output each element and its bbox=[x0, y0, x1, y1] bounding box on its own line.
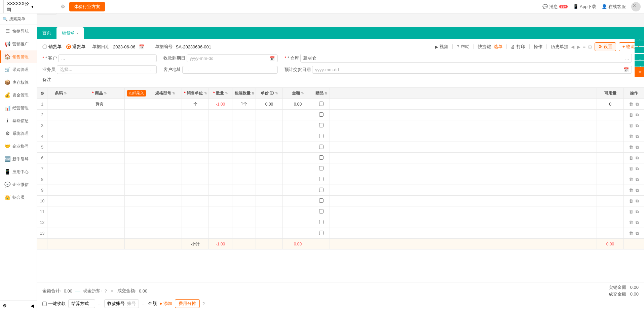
cell-product[interactable]: 拆贡 bbox=[74, 99, 125, 110]
delete-icon[interactable]: 🗑 bbox=[629, 155, 633, 160]
cell-gift[interactable] bbox=[313, 142, 330, 153]
cell-qty[interactable] bbox=[209, 153, 232, 163]
sidebar-item-guide[interactable]: 🆕 新手引导 bbox=[0, 153, 37, 165]
cell-amount[interactable] bbox=[283, 142, 313, 153]
cell-unit[interactable] bbox=[182, 120, 209, 131]
cell-spec[interactable] bbox=[148, 110, 182, 120]
cell-pack-qty[interactable] bbox=[232, 206, 256, 217]
cell-product[interactable] bbox=[74, 163, 125, 174]
cell-product[interactable] bbox=[74, 228, 125, 239]
panel-note[interactable]: 便签 bbox=[635, 34, 644, 40]
cell-product[interactable] bbox=[74, 142, 125, 153]
calendar-icon[interactable]: 📅 bbox=[139, 44, 144, 49]
cell-price[interactable] bbox=[256, 153, 283, 163]
cell-unit[interactable] bbox=[182, 228, 209, 239]
cell-unit[interactable] bbox=[182, 185, 209, 196]
cell-amount[interactable] bbox=[283, 206, 313, 217]
panel-collect[interactable]: 收藏 bbox=[635, 54, 644, 60]
cell-barcode[interactable] bbox=[47, 163, 74, 174]
cell-spec[interactable] bbox=[148, 228, 182, 239]
cell-product[interactable] bbox=[74, 185, 125, 196]
cell-gift[interactable] bbox=[313, 110, 330, 120]
view-grid-icon[interactable]: ⊞ bbox=[588, 44, 592, 49]
warehouse-input[interactable]: 建材仓 ... bbox=[300, 54, 632, 63]
sidebar-item-system[interactable]: ⚙ 系统管理 bbox=[0, 127, 37, 140]
due-date-input[interactable]: yyyy-mm-dd 📅 bbox=[187, 54, 278, 62]
cell-barcode[interactable] bbox=[47, 131, 74, 142]
cell-barcode[interactable] bbox=[47, 206, 74, 217]
scan-button[interactable]: 扫码录入 bbox=[127, 90, 146, 96]
sidebar-collapse-icon[interactable]: ◀ bbox=[31, 303, 34, 308]
setup-button[interactable]: ⚙ 设置 bbox=[595, 42, 616, 51]
panel-orange[interactable]: ✏ bbox=[635, 67, 644, 77]
gift-checkbox[interactable] bbox=[319, 134, 324, 138]
cell-barcode[interactable] bbox=[47, 228, 74, 239]
cell-gift[interactable] bbox=[313, 153, 330, 163]
gift-checkbox[interactable] bbox=[319, 188, 324, 192]
cell-pack-qty[interactable] bbox=[232, 228, 256, 239]
cell-spec[interactable] bbox=[148, 163, 182, 174]
cell-qty[interactable] bbox=[209, 185, 232, 196]
payment-account-select[interactable]: 收款账号 账号 bbox=[104, 299, 139, 308]
cell-price[interactable] bbox=[256, 185, 283, 196]
payment-method-select[interactable]: 结算方式 bbox=[68, 299, 95, 308]
cell-gift[interactable] bbox=[313, 217, 330, 228]
cell-pack-qty[interactable] bbox=[232, 153, 256, 163]
gift-checkbox[interactable] bbox=[319, 231, 324, 235]
settings-icon[interactable]: ⚙ bbox=[61, 3, 65, 10]
sidebar-item-sales[interactable]: 🏠 销售管理 bbox=[0, 50, 37, 63]
operate-btn[interactable]: 操作 bbox=[534, 44, 542, 50]
cell-amount[interactable] bbox=[283, 196, 313, 206]
tab-close-icon[interactable]: × bbox=[76, 31, 78, 35]
col-gear[interactable]: ⚙ bbox=[37, 88, 47, 99]
sidebar-item-operations[interactable]: 📊 经营管理 bbox=[0, 102, 37, 114]
discount-info-icon[interactable]: ? bbox=[105, 288, 107, 294]
customer-input[interactable]: ... bbox=[58, 54, 157, 62]
panel-attach[interactable]: 附件 bbox=[635, 47, 644, 53]
cell-price[interactable] bbox=[256, 163, 283, 174]
cell-qty[interactable] bbox=[209, 120, 232, 131]
cell-barcode[interactable] bbox=[47, 142, 74, 153]
cell-price[interactable] bbox=[256, 131, 283, 142]
cell-amount[interactable] bbox=[283, 174, 313, 185]
cell-spec[interactable] bbox=[148, 206, 182, 217]
cell-barcode[interactable] bbox=[47, 153, 74, 163]
cell-amount[interactable] bbox=[283, 120, 313, 131]
select-btn[interactable]: 选单 bbox=[494, 44, 502, 50]
cell-pack-qty[interactable] bbox=[232, 142, 256, 153]
cell-barcode[interactable] bbox=[47, 174, 74, 185]
copy-icon[interactable]: ⧉ bbox=[636, 220, 639, 225]
cell-spec[interactable] bbox=[148, 142, 182, 153]
delete-icon[interactable]: 🗑 bbox=[629, 145, 633, 150]
main-close-icon[interactable]: × bbox=[630, 0, 639, 11]
expense-button[interactable]: 费用分摊 bbox=[175, 299, 200, 308]
cell-qty[interactable] bbox=[209, 228, 232, 239]
delete-icon[interactable]: 🗑 bbox=[629, 102, 633, 107]
copy-icon[interactable]: ⧉ bbox=[636, 209, 639, 214]
cell-price[interactable]: 0.00 bbox=[256, 99, 283, 110]
panel-approve[interactable]: 审批 bbox=[635, 40, 644, 46]
sidebar-item-basics[interactable]: ℹ 基础信息 bbox=[0, 114, 37, 127]
sidebar-search[interactable]: 🔍 搜索菜单 bbox=[0, 13, 37, 25]
sidebar-item-inventory[interactable]: 📦 库存核算 bbox=[0, 76, 37, 89]
cell-barcode[interactable] bbox=[47, 217, 74, 228]
shortcut-btn[interactable]: 快捷键 bbox=[478, 44, 491, 50]
cell-barcode[interactable] bbox=[47, 110, 74, 120]
cell-price[interactable] bbox=[256, 196, 283, 206]
gift-checkbox[interactable] bbox=[319, 112, 324, 117]
cell-price[interactable] bbox=[256, 174, 283, 185]
radio-sale[interactable]: 销货单 bbox=[42, 44, 62, 50]
delete-icon[interactable]: 🗑 bbox=[629, 188, 633, 193]
cell-pack-qty[interactable]: 1个 bbox=[232, 99, 256, 110]
delete-icon[interactable]: 🗑 bbox=[629, 209, 633, 214]
cell-gift[interactable] bbox=[313, 206, 330, 217]
sidebar-item-enterprise[interactable]: 🤝 企业协同 bbox=[0, 140, 37, 153]
cell-unit[interactable] bbox=[182, 206, 209, 217]
delete-icon[interactable]: 🗑 bbox=[629, 198, 633, 203]
cell-product[interactable] bbox=[74, 217, 125, 228]
cell-spec[interactable] bbox=[148, 153, 182, 163]
cell-amount[interactable] bbox=[283, 110, 313, 120]
gift-checkbox[interactable] bbox=[319, 166, 324, 170]
cell-unit[interactable]: 个 bbox=[182, 99, 209, 110]
cell-unit[interactable] bbox=[182, 153, 209, 163]
